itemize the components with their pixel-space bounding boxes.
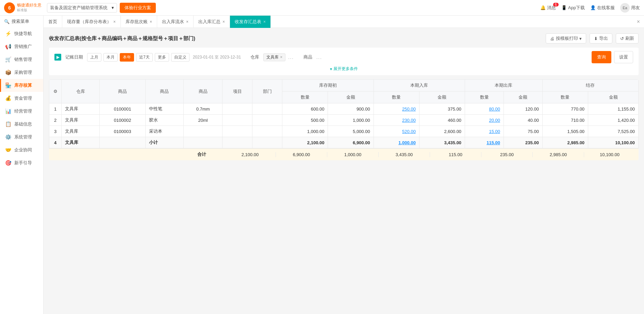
table-col-dept-header: 部门 — [252, 80, 282, 103]
sidebar-item-collab[interactable]: 🤝 企业协同 — [0, 144, 43, 156]
row-project — [222, 126, 252, 137]
row-in-amt: 2,600.00 — [419, 126, 465, 137]
tab-flow-close[interactable]: × — [186, 19, 188, 24]
sidebar-item-inventory-label: 库存核算 — [14, 82, 32, 88]
sidebar: 🔍 搜索菜单 ⚡ 快捷导航 📢 营销推广 🛒 销售管理 📦 采购管理 🏪 — [0, 16, 44, 314]
filter-settings-btn[interactable]: 设置 — [614, 51, 633, 63]
tab-inventory-dist-close[interactable]: × — [113, 19, 116, 24]
tab-batch-label: 库存批次账 — [126, 19, 148, 25]
tab-collect-summary[interactable]: 收发存汇总表 × — [230, 16, 271, 28]
row-out-qty[interactable]: 115.00 — [465, 137, 504, 148]
logo-text-group: 畅捷通好生意 标准版 — [17, 3, 42, 13]
row-product-name: 胶水 — [145, 115, 183, 126]
warehouse-tag-remove[interactable]: × — [280, 55, 282, 60]
demo-btn[interactable]: 体验行业方案 — [120, 3, 156, 13]
table-col-code-header: 商品 — [100, 80, 145, 103]
filter-btn-more[interactable]: 更多 — [155, 53, 169, 62]
table-col-name-header: 商品 — [145, 80, 183, 103]
row-department — [252, 126, 282, 137]
print-dropdown-icon: ▾ — [579, 36, 582, 41]
tab-home[interactable]: 首页 — [44, 16, 62, 28]
sidebar-item-sales[interactable]: 🛒 销售管理 — [0, 53, 43, 66]
tab-batch-close[interactable]: × — [150, 19, 152, 24]
print-btn[interactable]: 🖨 按模板打印 ▾ — [546, 33, 586, 44]
sidebar-item-purchase-label: 采购管理 — [14, 69, 32, 76]
row-opening-amt: 6,900.00 — [328, 137, 374, 148]
filter-btn-last-month[interactable]: 上月 — [87, 53, 101, 62]
filter-btn-this-year[interactable]: 本年 — [120, 53, 134, 62]
system-name: 装备及固定资产辅助管理系统 — [50, 5, 108, 11]
print-label: 按模板打印 — [556, 35, 578, 42]
product-filter-dots[interactable]: ... — [316, 55, 322, 60]
table-col-project-header: 项目 — [222, 80, 252, 103]
sidebar-item-basic-label: 基础信息 — [14, 121, 32, 127]
phone-icon: 📱 — [561, 5, 567, 10]
tab-batch[interactable]: 库存批次账 × — [121, 16, 157, 28]
warehouse-tag-text: 文具库 — [266, 54, 279, 60]
user-btn[interactable]: Ea 用友 — [620, 3, 640, 13]
row-closing-amt: 10,100.00 — [588, 137, 639, 148]
sidebar-item-guide[interactable]: 🎯 新手引导 — [0, 156, 43, 169]
app-download-label: App下载 — [568, 5, 585, 11]
warehouse-filter-dots[interactable]: ... — [288, 55, 294, 60]
sidebar-item-basic[interactable]: 📋 基础信息 — [0, 118, 43, 131]
logo-icon: 6 — [4, 2, 15, 13]
tab-summary-close[interactable]: × — [222, 19, 225, 24]
query-btn[interactable]: 查询 — [592, 51, 611, 63]
filter-btn-custom[interactable]: 自定义 — [171, 53, 189, 62]
total-cells: 2,100.00 6,900.00 1,000.00 3,435.00 115.… — [225, 152, 635, 157]
row-product-code: 0100001 — [100, 103, 145, 115]
row-product-spec — [184, 137, 222, 148]
refresh-btn[interactable]: ↺ 刷新 — [616, 33, 639, 44]
row-opening-qty: 1,000.00 — [282, 126, 328, 137]
table-col-spec-header: 商品 — [184, 80, 222, 103]
sidebar-item-finance[interactable]: 💰 资金管理 — [0, 92, 43, 105]
expand-more-btn[interactable]: ▾ 展开更多条件 — [54, 66, 633, 72]
system-name-dropdown[interactable]: 装备及固定资产辅助管理系统 ▾ — [47, 3, 117, 13]
sidebar-item-quicknav[interactable]: ⚡ 快捷导航 — [0, 27, 43, 40]
export-btn[interactable]: ⬇ 导出 — [590, 33, 612, 44]
row-product-name: 中性笔 — [145, 103, 183, 115]
service-icon: 👤 — [590, 5, 596, 10]
row-in-qty[interactable]: 250.00 — [374, 103, 419, 115]
row-closing-qty: 2,985.00 — [542, 137, 588, 148]
tab-inventory-dist[interactable]: 现存量（库存分布表） × — [62, 16, 121, 28]
tab-inventory-dist-label: 现存量（库存分布表） — [67, 19, 111, 25]
table-col-closing-amt: 金额 — [588, 92, 639, 103]
sidebar-item-marketing[interactable]: 📢 营销推广 — [0, 40, 43, 53]
filter-btn-7days[interactable]: 近7天 — [136, 53, 153, 62]
row-opening-qty: 500.00 — [282, 115, 328, 126]
sidebar-item-collab-label: 企业协同 — [14, 147, 32, 153]
tab-flow[interactable]: 出入库流水 × — [157, 16, 194, 28]
collapse-btn[interactable]: ▶ — [54, 54, 61, 61]
notification-btn[interactable]: 🔔 6 消息 — [540, 5, 556, 11]
sidebar-item-system[interactable]: ⚙️ 系统管理 — [0, 131, 43, 144]
tab-collect-summary-close[interactable]: × — [263, 19, 266, 24]
row-out-qty[interactable]: 80.00 — [465, 103, 504, 115]
tab-win-close-btn[interactable]: × — [633, 19, 644, 25]
online-service-btn[interactable]: 👤 在线客服 — [590, 5, 615, 11]
row-product-spec — [184, 126, 222, 137]
row-in-qty[interactable]: 1,000.00 — [374, 137, 419, 148]
marketing-icon: 📢 — [5, 44, 12, 50]
filter-btn-this-month[interactable]: 本月 — [103, 53, 118, 62]
finance-icon: 💰 — [5, 95, 12, 101]
table-col-warehouse-header: 仓库 — [62, 80, 100, 103]
sidebar-item-purchase[interactable]: 📦 采购管理 — [0, 66, 43, 79]
date-filter-label: 记账日期 — [65, 54, 83, 60]
table-col-settings[interactable]: ⚙ — [49, 80, 62, 103]
search-menu-btn[interactable]: 🔍 搜索菜单 — [0, 16, 43, 27]
inventory-icon: 🏪 — [5, 82, 12, 88]
row-product-code: 0100002 — [100, 115, 145, 126]
table-col-closing-header: 结存 — [542, 80, 638, 92]
sidebar-item-inventory[interactable]: 🏪 库存核算 — [0, 79, 43, 92]
row-out-qty[interactable]: 20.00 — [465, 115, 504, 126]
row-out-qty[interactable]: 15.00 — [465, 126, 504, 137]
row-in-qty[interactable]: 520.00 — [374, 126, 419, 137]
sidebar-item-operations[interactable]: 📊 经营管理 — [0, 105, 43, 118]
tab-summary[interactable]: 出入库汇总 × — [194, 16, 230, 28]
app-download-btn[interactable]: 📱 App下载 — [561, 5, 585, 11]
table-col-in-header: 本期入库 — [374, 80, 465, 92]
export-icon: ⬇ — [594, 36, 598, 41]
row-in-qty[interactable]: 230.00 — [374, 115, 419, 126]
